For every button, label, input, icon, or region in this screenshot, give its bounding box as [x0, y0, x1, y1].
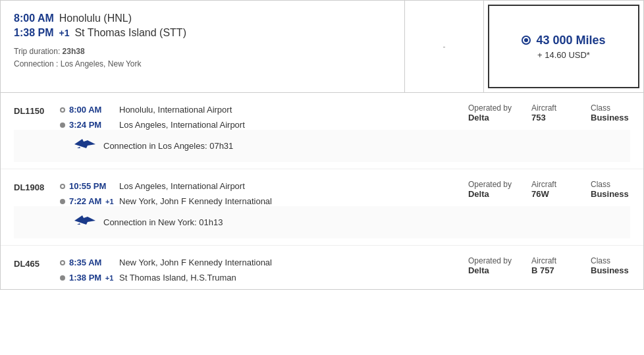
- usd-value: + 14.60 USD*: [537, 50, 590, 60]
- arr-dot: [60, 199, 65, 204]
- aircraft-col: Aircraft 76W: [531, 180, 571, 199]
- segment-dot-times: 8:00 AM Honolulu, International Airport …: [60, 103, 245, 130]
- segment-operated-info: Operated by Delta Aircraft B 757 Class B…: [455, 256, 630, 275]
- segment-arr-time: 3:24 PM: [69, 120, 115, 130]
- summary-arr-time: 1:38 PM: [14, 27, 53, 39]
- segment-dl1908: DL1908 10:55 PM Los Angeles, Internation…: [1, 169, 643, 246]
- aircraft-value: B 757: [531, 265, 571, 275]
- summary-middle: -: [405, 1, 484, 92]
- aircraft-col: Aircraft 753: [531, 103, 571, 123]
- aircraft-label: Aircraft: [531, 180, 571, 189]
- connection-row-1: Connection in New York: 01h13: [14, 206, 630, 238]
- aircraft-label: Aircraft: [531, 256, 571, 265]
- segment-flight-id: DL1150: [14, 103, 60, 116]
- segments-list: DL1150 8:00 AM Honolulu, International A…: [1, 93, 643, 289]
- dep-dot: [60, 184, 65, 189]
- operated-value: Delta: [468, 265, 512, 275]
- class-col: Class Business: [591, 256, 630, 275]
- operated-label: Operated by: [468, 256, 512, 265]
- segment-dep-airport: Los Angeles, International Airport: [119, 181, 245, 191]
- segment-dep-time: 8:00 AM: [69, 105, 115, 115]
- plane-icon: [73, 213, 97, 232]
- flight-card: 8:00 AM Honolulu (HNL) 1:38 PM +1 St Tho…: [0, 0, 644, 290]
- segment-dep-time: 8:35 AM: [69, 258, 115, 267]
- operated-value: Delta: [468, 113, 512, 123]
- segment-dl1150: DL1150 8:00 AM Honolulu, International A…: [1, 93, 643, 169]
- dep-dot: [60, 260, 65, 265]
- segment-flight-id: DL1908: [14, 180, 60, 192]
- trip-info: Trip duration: 23h38 Connection : Los An…: [14, 45, 391, 70]
- arr-dot: [60, 275, 65, 281]
- summary-dep-time: 8:00 AM: [14, 13, 54, 24]
- segment-dot-times: 8:35 AM New York, John F Kennedy Interna…: [60, 256, 272, 283]
- aircraft-value: 753: [531, 113, 571, 123]
- segment-dep-row: 10:55 PM Los Angeles, International Airp…: [60, 181, 272, 191]
- segment-arr-time: 1:38 PM +1: [69, 273, 115, 283]
- connection-text: Connection in Los Angeles: 07h31: [103, 141, 233, 151]
- segment-flight-id: DL465: [14, 256, 60, 269]
- segment-arr-time: 7:22 AM +1: [69, 196, 115, 206]
- segment-main-0: DL1150 8:00 AM Honolulu, International A…: [14, 103, 630, 130]
- operated-label: Operated by: [468, 103, 512, 113]
- operated-by-col: Operated by Delta: [468, 103, 512, 123]
- aircraft-label: Aircraft: [531, 103, 571, 113]
- aircraft-value: 76W: [531, 189, 571, 199]
- class-label: Class: [591, 103, 630, 113]
- summary-dep-city: Honolulu (HNL): [59, 13, 132, 24]
- segment-main-2: DL465 8:35 AM New York, John F Kennedy I…: [14, 256, 630, 283]
- segment-dep-airport: Honolulu, International Airport: [119, 105, 232, 115]
- class-col: Class Business: [591, 180, 630, 199]
- plane-icon: [73, 136, 97, 155]
- segment-dot-times: 10:55 PM Los Angeles, International Airp…: [60, 180, 272, 206]
- miles-value: 43 000 Miles: [536, 34, 605, 47]
- segment-dep-row: 8:35 AM New York, John F Kennedy Interna…: [60, 258, 272, 267]
- trip-duration-value: 23h38: [63, 47, 85, 56]
- summary-left: 8:00 AM Honolulu (HNL) 1:38 PM +1 St Tho…: [1, 1, 405, 92]
- class-value: Business: [591, 113, 630, 123]
- class-label: Class: [591, 256, 630, 265]
- segment-arr-row: 7:22 AM +1 New York, John F Kennedy Inte…: [60, 196, 272, 206]
- operated-by-col: Operated by Delta: [468, 180, 512, 199]
- operated-by-col: Operated by Delta: [468, 256, 512, 275]
- summary-row: 8:00 AM Honolulu (HNL) 1:38 PM +1 St Tho…: [1, 1, 643, 93]
- operated-label: Operated by: [468, 180, 512, 189]
- segment-arr-airport: Los Angeles, International Airport: [119, 120, 245, 130]
- segment-arr-row: 1:38 PM +1 St Thomas Island, H.S.Truman: [60, 273, 272, 283]
- segment-dep-airport: New York, John F Kennedy International: [119, 258, 272, 267]
- dep-dot: [60, 107, 65, 113]
- class-label: Class: [591, 180, 630, 189]
- segment-dep-row: 8:00 AM Honolulu, International Airport: [60, 105, 245, 115]
- class-value: Business: [591, 265, 630, 275]
- aircraft-col: Aircraft B 757: [531, 256, 571, 275]
- operated-value: Delta: [468, 189, 512, 199]
- class-value: Business: [591, 189, 630, 199]
- summary-price-box[interactable]: 43 000 Miles + 14.60 USD*: [488, 5, 639, 88]
- connection-row-0: Connection in Los Angeles: 07h31: [14, 130, 630, 162]
- trip-duration-label: Trip duration:: [14, 47, 60, 56]
- class-col: Class Business: [591, 103, 630, 123]
- segment-main-1: DL1908 10:55 PM Los Angeles, Internation…: [14, 180, 630, 206]
- connection-text: Connection in New York: 01h13: [103, 217, 223, 227]
- radio-selected[interactable]: [522, 36, 531, 45]
- middle-separator: -: [443, 42, 446, 51]
- price-row: 43 000 Miles: [522, 34, 605, 47]
- segment-arr-airport: St Thomas Island, H.S.Truman: [119, 273, 236, 283]
- segment-arr-row: 3:24 PM Los Angeles, International Airpo…: [60, 120, 245, 130]
- segment-dl465: DL465 8:35 AM New York, John F Kennedy I…: [1, 246, 643, 289]
- summary-arr-city: St Thomas Island (STT): [74, 27, 186, 39]
- segment-dep-time: 10:55 PM: [69, 181, 115, 191]
- segment-operated-info: Operated by Delta Aircraft 76W Class Bus…: [455, 180, 630, 199]
- connection-cities: Los Angeles, New York: [61, 59, 142, 68]
- connection-label: Connection :: [14, 59, 58, 68]
- segment-operated-info: Operated by Delta Aircraft 753 Class Bus…: [455, 103, 630, 123]
- summary-arr-plus: +1: [59, 28, 69, 38]
- arr-dot: [60, 123, 65, 128]
- segment-arr-airport: New York, John F Kennedy International: [119, 196, 272, 206]
